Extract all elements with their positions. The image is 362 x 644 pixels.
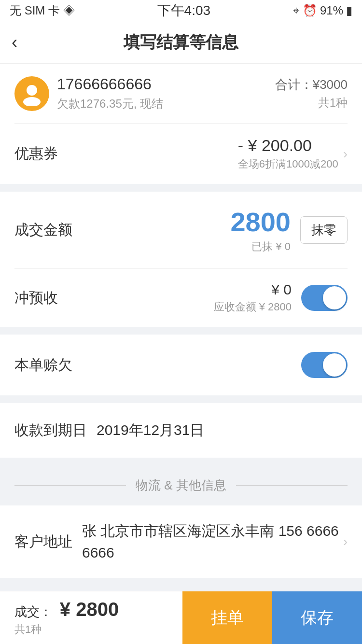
status-left: 无 SIM 卡 ◈ [10,3,75,18]
deal-amount: ¥ 2800 [60,599,119,620]
status-time: 下午4:03 [157,1,211,20]
toggle-knob [323,286,346,309]
address-label: 客户地址 [14,532,72,552]
prepaid-label: 冲预收 [14,288,58,308]
customer-total: 合计：¥3000 共1种 [275,76,348,111]
address-value: 张 北京市市辖区海淀区永丰南 156 6666 6666 [82,520,343,563]
coupon-chevron: › [343,146,348,162]
coupon-discount: - ¥ 200.00 [238,136,338,155]
address-chevron: › [343,534,348,549]
due-row: 收款到期日 2019年12月31日 [14,403,348,458]
page-title: 填写结算等信息 [124,31,238,54]
avatar-icon [20,82,44,106]
divider-line-left [14,485,126,486]
location-icon: ⌖ [293,4,300,17]
debt-row: 本单赊欠 [14,335,348,395]
customer-section: 17666666666 欠款1276.35元, 现结 合计：¥3000 共1种 … [0,64,362,184]
back-button[interactable]: ‹ [12,32,17,53]
customer-phone: 17666666666 [57,75,163,93]
status-right: ⌖ ⏰ 91% ▮ [293,4,352,17]
amount-sub: 已抹 ¥ 0 [230,239,291,254]
coupon-desc: 全场6折满1000减200 [238,157,338,171]
due-label: 收款到期日 [14,420,87,440]
customer-sub: 欠款1276.35元, 现结 [57,96,163,112]
status-bar: 无 SIM 卡 ◈ 下午4:03 ⌖ ⏰ 91% ▮ [0,0,362,21]
divider-line-right [236,485,348,486]
debt-toggle[interactable] [301,352,348,378]
debt-section: 本单赊欠 [0,335,362,395]
save-button[interactable]: 保存 [272,591,362,644]
amount-right: 2800 已抹 ¥ 0 抹零 [230,206,348,254]
debt-label: 本单赊欠 [14,355,72,375]
address-row[interactable]: 客户地址 张 北京市市辖区海淀区永丰南 156 6666 6666 › [14,505,348,578]
deal-label: 成交： [14,604,52,619]
total-label: 合计：¥3000 [275,76,348,93]
amount-section: 成交金额 2800 已抹 ¥ 0 抹零 冲预收 ¥ 0 应收金额 ¥ 2800 [0,192,362,327]
alarm-icon: ⏰ [303,4,317,17]
address-section: 客户地址 张 北京市市辖区海淀区永丰南 156 6666 6666 › [0,505,362,578]
coupon-right: - ¥ 200.00 全场6折满1000减200 › [238,136,348,171]
logistics-divider: 物流 & 其他信息 [0,465,362,505]
amount-value: 2800 [230,206,291,238]
bottom-deal-row: 成交： ¥ 2800 [14,599,168,620]
customer-info: 17666666666 欠款1276.35元, 现结 [57,75,163,112]
coupon-label: 优惠券 [14,144,58,164]
coupon-values: - ¥ 200.00 全场6折满1000减200 [238,136,338,171]
bottom-summary: 成交： ¥ 2800 共1种 [0,599,182,637]
amount-value-block: 2800 已抹 ¥ 0 [230,206,291,254]
due-value: 2019年12月31日 [97,420,204,440]
avatar [14,76,49,111]
due-section: 收款到期日 2019年12月31日 [0,403,362,458]
prepaid-right: ¥ 0 应收金额 ¥ 2800 [214,281,348,314]
no-sim-text: 无 SIM 卡 ◈ [10,3,75,18]
round-button[interactable]: 抹零 [300,216,348,244]
hang-button[interactable]: 挂单 [182,591,272,644]
battery-icon: ▮ [346,4,352,17]
bottom-count: 共1种 [14,622,168,637]
total-count: 共1种 [275,95,348,111]
prepaid-toggle[interactable] [301,285,348,311]
nav-bar: ‹ 填写结算等信息 [0,21,362,64]
svg-point-0 [27,85,37,96]
battery-text: 91% [320,4,343,17]
customer-left: 17666666666 欠款1276.35元, 现结 [14,75,163,112]
amount-label: 成交金额 [14,220,72,240]
svg-point-1 [23,97,41,106]
debt-toggle-knob [323,353,346,377]
logistics-label: 物流 & 其他信息 [136,477,226,494]
prepaid-row: 冲预收 ¥ 0 应收金额 ¥ 2800 [14,268,348,327]
customer-row: 17666666666 欠款1276.35元, 现结 合计：¥3000 共1种 [14,64,348,123]
prepaid-values: ¥ 0 应收金额 ¥ 2800 [214,281,292,314]
amount-row: 成交金额 2800 已抹 ¥ 0 抹零 [14,192,348,268]
prepaid-sub: 应收金额 ¥ 2800 [214,300,292,314]
bottom-bar: 成交： ¥ 2800 共1种 挂单 保存 [0,591,362,644]
coupon-row[interactable]: 优惠券 - ¥ 200.00 全场6折满1000减200 › [14,123,348,184]
prepaid-amount: ¥ 0 [214,281,292,298]
